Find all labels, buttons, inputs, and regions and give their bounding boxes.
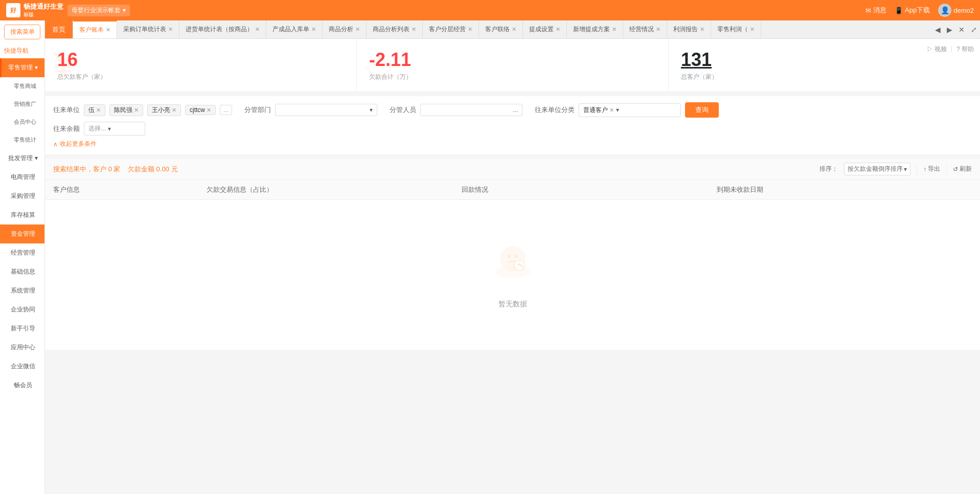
remove-tag-wangxiaoliang[interactable]: ✕	[172, 107, 176, 114]
search-menu-button[interactable]: 搜索菜单	[4, 25, 40, 39]
sidebar-item-members[interactable]: 会员中心	[0, 113, 44, 131]
empty-state: 暂无数据	[45, 200, 980, 350]
tab-profit-report[interactable]: 利润报告 ✕	[667, 20, 711, 39]
close-tab-customer-segment[interactable]: ✕	[468, 26, 472, 33]
col-header-repayment: 回款情况	[462, 185, 717, 194]
sidebar-item-retail-mall[interactable]: 零售商城	[0, 77, 44, 95]
close-tab-customer-book[interactable]: ✕	[106, 27, 110, 33]
video-link[interactable]: ▷ 视频	[927, 45, 947, 54]
sidebar-item-purchase[interactable]: 采购管理	[0, 187, 44, 206]
tab-stock-stats[interactable]: 进货单统计表（按商品） ✕	[179, 20, 266, 39]
message-icon: ✉	[865, 7, 871, 14]
table-header: 客户信息 欠款交易信息（占比） 回款情况 到期未收款日期	[45, 180, 980, 200]
logo-icon: 好	[6, 3, 20, 17]
sidebar-item-basic-info[interactable]: 基础信息	[0, 262, 44, 281]
close-tab-customer-contact[interactable]: ✕	[512, 26, 516, 33]
tab-customer-book[interactable]: 客户账本 ✕	[73, 20, 117, 39]
collapse-button[interactable]: ∧ 收起更多条件	[53, 140, 972, 148]
unit-type-select[interactable]: 普通客户 ✕ ▾	[579, 103, 681, 117]
stat-total-customers: ▦ 131 总客户（家） ▷ 视频 | ? 帮助	[669, 39, 980, 92]
help-link[interactable]: ? 帮助	[956, 45, 974, 54]
svg-point-2	[508, 255, 511, 258]
stat-bg-icon-customers: ¥	[53, 45, 73, 86]
close-tab-new-promotion[interactable]: ✕	[612, 26, 617, 33]
refresh-icon: ↺	[953, 166, 958, 173]
close-tab-retail-profit[interactable]: ✕	[750, 26, 755, 33]
sidebar-item-retail-stats[interactable]: 零售统计	[0, 131, 44, 149]
sidebar-item-finance[interactable]: 资金管理	[0, 224, 44, 243]
tab-scroll-right[interactable]: ▶	[944, 26, 955, 34]
tab-retail-profit[interactable]: 零售利润（ ✕	[711, 20, 761, 39]
close-tab-product-analysis[interactable]: ✕	[355, 26, 360, 33]
sidebar-item-inventory[interactable]: 库存核算	[0, 206, 44, 224]
filter-row-balance: 往来余额 选择... ▾	[53, 122, 972, 136]
tab-new-promotion[interactable]: 新增提成方案 ✕	[567, 20, 623, 39]
sidebar-item-new-guide[interactable]: 新手引导	[0, 319, 44, 338]
chevron-up-icon: ∧	[53, 141, 58, 148]
tab-promotion-settings[interactable]: 提成设置 ✕	[523, 20, 567, 39]
user-menu[interactable]: 👤 demo2	[938, 4, 974, 17]
sidebar-item-enterprise-wechat[interactable]: 企业微信	[0, 357, 44, 376]
sidebar-item-vip[interactable]: 畅会员	[0, 376, 44, 395]
refresh-button[interactable]: ↺ 刷新	[953, 165, 972, 173]
sidebar-item-ecommerce[interactable]: 电商管理	[0, 168, 44, 187]
tab-product-analysis[interactable]: 商品分析 ✕	[323, 20, 367, 39]
close-tab-operations[interactable]: ✕	[656, 26, 660, 33]
close-tab-product-stock[interactable]: ✕	[311, 26, 316, 33]
close-tab-stock-stats[interactable]: ✕	[255, 26, 260, 33]
sidebar-item-marketing[interactable]: 营销推广	[0, 95, 44, 113]
divider2	[946, 164, 947, 174]
tab-product-analysis-list[interactable]: 商品分析列表 ✕	[367, 20, 423, 39]
chevron-down-icon: ▾	[108, 125, 111, 132]
account-dropdown[interactable]: 母婴行业演示帐套 ▾	[67, 5, 130, 16]
stats-header: ¥ 16 总欠款客户（家） ◇ -2.11 欠款合计（万） ▦ 131 总客户（…	[45, 39, 980, 92]
tab-scroll-left[interactable]: ◀	[932, 26, 944, 34]
sidebar-item-retail[interactable]: 零售管理 ▾	[0, 58, 44, 77]
close-tab-promotion-settings[interactable]: ✕	[556, 26, 560, 33]
remove-unit-type-tag[interactable]: ✕	[609, 107, 614, 114]
tab-purchase-order[interactable]: 采购订单统计表 ✕	[117, 20, 179, 39]
tab-customer-segment[interactable]: 客户分层经营 ✕	[423, 20, 479, 39]
person-select[interactable]: ...	[420, 104, 522, 116]
chevron-down-icon: ▾	[370, 106, 373, 114]
collapse-row: ∧ 收起更多条件	[53, 140, 972, 148]
col-header-due-date: 到期未收款日期	[717, 185, 972, 194]
quick-nav-button[interactable]: 快捷导航	[0, 43, 44, 58]
tab-product-stock[interactable]: 产成品入库单 ✕	[266, 20, 323, 39]
sidebar-item-enterprise[interactable]: 企业协同	[0, 300, 44, 319]
sidebar-item-system[interactable]: 系统管理	[0, 281, 44, 300]
department-select[interactable]: ▾	[275, 104, 377, 116]
ellipsis-icon: ...	[513, 106, 518, 114]
export-icon: ↑	[923, 166, 926, 173]
remove-tag-cjttcw[interactable]: ✕	[207, 107, 211, 114]
close-tab-product-analysis-list[interactable]: ✕	[412, 26, 416, 33]
sidebar-item-app-center[interactable]: 应用中心	[0, 338, 44, 357]
page-content: ¥ 16 总欠款客户（家） ◇ -2.11 欠款合计（万） ▦ 131 总客户（…	[45, 39, 980, 494]
tab-customer-contact[interactable]: 客户联络 ✕	[479, 20, 523, 39]
tab-home[interactable]: 首页	[45, 20, 73, 39]
remove-tag-chenminqiang[interactable]: ✕	[134, 107, 139, 114]
svg-point-4	[514, 260, 525, 271]
stat-help-links: ▷ 视频 | ? 帮助	[927, 45, 974, 54]
export-button[interactable]: ↑ 导出	[923, 165, 940, 173]
query-button[interactable]: 查询	[685, 102, 719, 118]
tab-operations[interactable]: 经营情况 ✕	[623, 20, 667, 39]
stat-debt-customers: ¥ 16 总欠款客户（家）	[45, 39, 357, 92]
app-download-button[interactable]: 📱 App下载	[895, 6, 930, 15]
close-tab-profit-report[interactable]: ✕	[700, 26, 704, 33]
sidebar-item-operations[interactable]: 经营管理	[0, 243, 44, 262]
sidebar-item-wholesale[interactable]: 批发管理 ▾	[0, 149, 44, 168]
sort-select[interactable]: 按欠款金额倒序排序 ▾	[844, 163, 910, 175]
chevron-down-icon: ▾	[123, 7, 126, 14]
balance-select[interactable]: 选择... ▾	[84, 122, 145, 136]
filter-unit-label: 往来单位	[53, 105, 80, 115]
message-button[interactable]: ✉ 消息	[865, 6, 886, 15]
tab-bar: 首页 客户账本 ✕ 采购订单统计表 ✕ 进货单统计表（按商品） ✕ 产成品入库单…	[45, 20, 980, 39]
tab-expand[interactable]: ⤢	[968, 26, 980, 34]
close-tab-purchase-order[interactable]: ✕	[168, 26, 173, 33]
tab-close-all[interactable]: ✕	[955, 26, 968, 34]
more-unit-tags-button[interactable]: ...	[220, 105, 232, 115]
empty-icon	[490, 241, 536, 291]
content-area: 首页 客户账本 ✕ 采购订单统计表 ✕ 进货单统计表（按商品） ✕ 产成品入库单…	[45, 20, 980, 494]
remove-tag-wu[interactable]: ✕	[96, 107, 101, 114]
